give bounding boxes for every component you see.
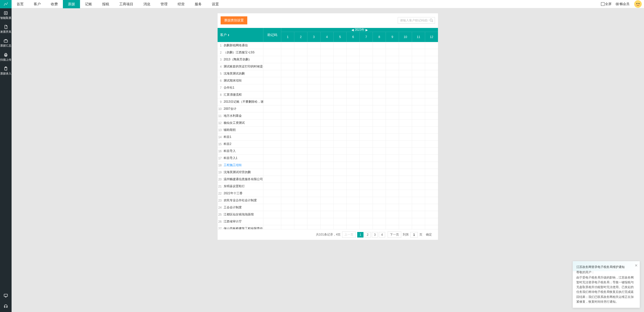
nav-item-3[interactable]: 票据 (63, 0, 80, 8)
svg-point-3 (638, 3, 639, 4)
app-logo[interactable] (0, 0, 12, 8)
user-avatar[interactable] (634, 0, 642, 8)
member-button[interactable]: 畅会员 (614, 2, 631, 6)
top-nav: 首页客户收费票据记账报税工商项目消息管理经营服务设置 (12, 0, 224, 8)
svg-point-1 (634, 0, 642, 8)
nav-item-11[interactable]: 设置 (207, 0, 224, 8)
play-icon (616, 2, 619, 6)
svg-point-2 (636, 3, 637, 4)
fullscreen-label: 全屏 (605, 2, 612, 6)
svg-point-4 (636, 4, 637, 5)
fullscreen-button[interactable]: 全屏 (599, 2, 613, 6)
nav-item-2[interactable]: 收费 (46, 0, 63, 8)
nav-item-0[interactable]: 首页 (12, 0, 29, 8)
nav-item-6[interactable]: 工商项目 (114, 0, 138, 8)
nav-item-10[interactable]: 服务 (190, 0, 207, 8)
nav-item-9[interactable]: 经营 (173, 0, 190, 8)
member-label: 畅会员 (620, 2, 629, 6)
nav-item-1[interactable]: 客户 (29, 0, 46, 8)
fullscreen-icon (601, 2, 605, 6)
nav-item-5[interactable]: 报税 (97, 0, 114, 8)
svg-point-5 (639, 4, 640, 5)
nav-item-7[interactable]: 消息 (138, 0, 155, 8)
nav-item-8[interactable]: 管理 (155, 0, 173, 8)
nav-item-4[interactable]: 记账 (80, 0, 97, 8)
